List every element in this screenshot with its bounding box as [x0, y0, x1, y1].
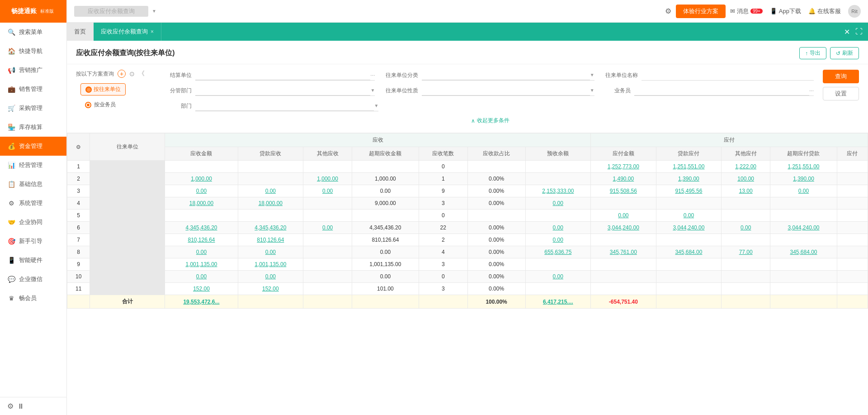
row-ar-other[interactable]: 0.00	[303, 185, 352, 197]
settlement-unit-dots-icon[interactable]: ···	[370, 72, 375, 78]
row-ar-amount[interactable]: 0.00	[165, 246, 238, 258]
row-ar-other[interactable]	[303, 271, 352, 283]
row-ar-other[interactable]: 0.00	[303, 222, 352, 234]
row-ar-loan[interactable]: 4,345,436.20	[238, 222, 303, 234]
row-ap-loan[interactable]: 345,684.00	[656, 246, 722, 258]
sidebar-item-marketing[interactable]: 📢 营销推广	[0, 61, 66, 80]
query-button[interactable]: 查询	[823, 70, 859, 83]
row-ap-other[interactable]	[722, 234, 770, 246]
row-ar-loan[interactable]: 152.00	[238, 283, 303, 295]
tab-ar-ap[interactable]: 应收应付余额查询 ×	[94, 23, 161, 41]
row-ar-amount[interactable]: 152.00	[165, 283, 238, 295]
row-ap-amount[interactable]	[591, 197, 656, 210]
collapse-bar[interactable]: ∧ 收起更多条件	[166, 114, 814, 127]
row-ar-amount[interactable]	[165, 210, 238, 222]
row-ar-other[interactable]: 1,000.00	[303, 173, 352, 185]
row-ap-loan[interactable]	[656, 197, 722, 210]
unit-nature-input[interactable]	[422, 85, 590, 95]
row-ar-amount[interactable]: 810,126.64	[165, 234, 238, 246]
row-ap-overdue[interactable]	[770, 210, 837, 222]
sidebar-item-inventory[interactable]: 🏪 库存核算	[0, 118, 66, 137]
row-ap-loan[interactable]	[656, 234, 722, 246]
unit-name-input[interactable]	[642, 70, 814, 81]
row-ap-amount[interactable]	[591, 234, 656, 246]
row-ap-amount[interactable]: 3,044,240.00	[591, 222, 656, 234]
row-ap-amount[interactable]: 1,252,773.00	[591, 161, 656, 173]
sidebar-item-enterprise[interactable]: 🤝 企业协同	[0, 213, 66, 232]
row-ap-loan[interactable]	[656, 283, 722, 295]
row-ar-loan[interactable]	[238, 210, 303, 222]
row-ar-other[interactable]	[303, 210, 352, 222]
row-ap-amount[interactable]	[591, 271, 656, 283]
row-ap-loan[interactable]: 3,044,240.00	[656, 222, 722, 234]
row-ap-other[interactable]: 77.00	[722, 246, 770, 258]
row-advance[interactable]: 0.00	[525, 271, 591, 283]
row-ap-overdue[interactable]	[770, 283, 837, 295]
salesperson-input[interactable]	[634, 85, 809, 95]
row-ap-overdue[interactable]: 0.00	[770, 185, 837, 197]
th-settings[interactable]: ⚙	[67, 134, 90, 161]
sidebar-item-vip[interactable]: ♛ 畅会员	[0, 289, 66, 308]
row-ap-other[interactable]	[722, 197, 770, 210]
row-ap-amount[interactable]: 345,761.00	[591, 246, 656, 258]
settings-button[interactable]: 设置	[823, 87, 859, 100]
row-advance[interactable]: 2,153,333.00	[525, 185, 591, 197]
row-ar-loan[interactable]: 0.00	[238, 271, 303, 283]
unit-category-input[interactable]	[422, 70, 590, 80]
row-ap-loan[interactable]: 0.00	[656, 210, 722, 222]
scheme-by-unit[interactable]: ◎ 按往来单位	[80, 83, 126, 95]
row-ar-amount[interactable]: 0.00	[165, 185, 238, 197]
row-ap-overdue[interactable]: 3,044,240.00	[770, 222, 837, 234]
promo-button[interactable]: 体验行业方案	[676, 5, 726, 18]
sidebar-item-purchase[interactable]: 🛒 采购管理	[0, 99, 66, 118]
refresh-button[interactable]: ↺ 刷新	[830, 47, 859, 59]
online-service-button[interactable]: 🔔 在线客服	[808, 7, 841, 15]
department-input[interactable]	[195, 100, 374, 111]
sidebar-item-search-menu[interactable]: 🔍 搜索菜单	[0, 23, 66, 42]
sidebar-item-sales[interactable]: 💼 销售管理	[0, 80, 66, 99]
row-ap-overdue[interactable]	[770, 258, 837, 271]
row-ar-loan[interactable]: 810,126.64	[238, 234, 303, 246]
salesperson-dots-icon[interactable]: ···	[809, 87, 814, 94]
row-ar-other[interactable]	[303, 234, 352, 246]
sidebar-item-basic-info[interactable]: 📋 基础信息	[0, 175, 66, 194]
export-button[interactable]: ↑ 导出	[799, 47, 826, 59]
message-button[interactable]: ✉ 消息 99+	[730, 7, 763, 15]
unit-category-chevron-icon[interactable]: ▼	[590, 72, 594, 77]
user-avatar[interactable]: Rit	[848, 5, 861, 18]
row-ap-amount[interactable]: 915,508.56	[591, 185, 656, 197]
row-ar-amount[interactable]: 0.00	[165, 271, 238, 283]
row-ar-other[interactable]	[303, 246, 352, 258]
dept-manager-chevron-icon[interactable]: ▼	[370, 88, 375, 93]
row-ar-other[interactable]	[303, 283, 352, 295]
row-advance[interactable]	[525, 161, 591, 173]
row-advance[interactable]	[525, 258, 591, 271]
filter-add-button[interactable]: +	[118, 70, 126, 78]
row-advance[interactable]: 655,636.75	[525, 246, 591, 258]
settlement-unit-input[interactable]	[195, 70, 370, 80]
row-ar-loan[interactable]	[238, 161, 303, 173]
tab-home[interactable]: 首页	[67, 23, 94, 41]
row-ap-other[interactable]	[722, 210, 770, 222]
row-ar-loan[interactable]	[238, 173, 303, 185]
row-ap-other[interactable]: 13.00	[722, 185, 770, 197]
row-ap-overdue[interactable]	[770, 271, 837, 283]
row-ap-overdue[interactable]: 1,390.00	[770, 173, 837, 185]
row-ar-amount[interactable]: 18,000.00	[165, 197, 238, 210]
row-ar-other[interactable]	[303, 258, 352, 271]
row-advance[interactable]: 0.00	[525, 234, 591, 246]
row-ar-other[interactable]	[303, 197, 352, 210]
dept-manager-input[interactable]	[195, 85, 370, 95]
sidebar-item-wechat[interactable]: 💬 企业微信	[0, 270, 66, 289]
filter-setting-icon[interactable]: ⊙	[129, 70, 135, 77]
row-advance[interactable]	[525, 283, 591, 295]
row-ap-overdue[interactable]	[770, 234, 837, 246]
row-ar-amount[interactable]	[165, 161, 238, 173]
row-ar-amount[interactable]: 1,001,135.00	[165, 258, 238, 271]
row-ap-other[interactable]: 0.00	[722, 222, 770, 234]
row-ap-other[interactable]: 100.00	[722, 173, 770, 185]
row-ap-loan[interactable]: 1,390.00	[656, 173, 722, 185]
unit-nature-chevron-icon[interactable]: ▼	[590, 88, 594, 93]
row-ap-overdue[interactable]: 1,251,551.00	[770, 161, 837, 173]
row-ar-other[interactable]	[303, 161, 352, 173]
